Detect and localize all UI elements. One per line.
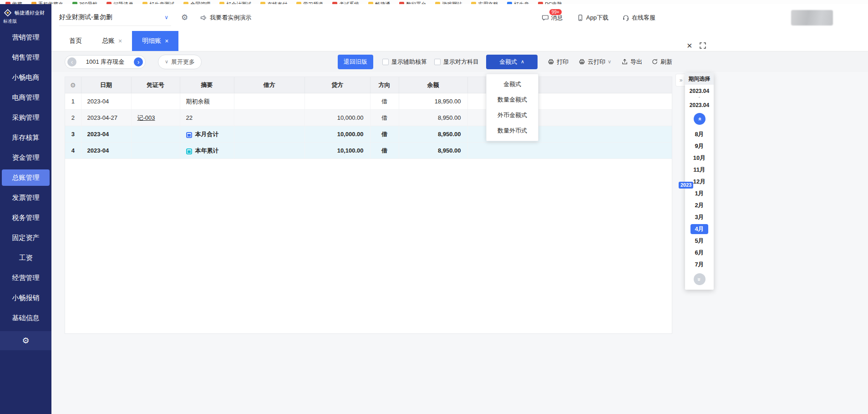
export-label: 导出 (630, 58, 642, 66)
bookmark-item[interactable]: 游戏网站 (435, 1, 462, 4)
sidebar-item[interactable]: 销售管理 (0, 47, 51, 67)
bookmark-item[interactable]: 手机收藏夹 (31, 1, 63, 4)
avatar[interactable] (791, 10, 833, 26)
table-row[interactable]: 42023-04本年累计10,100.00借8,950.00 (65, 143, 672, 159)
tab[interactable]: 首页 (59, 31, 92, 51)
bookmark-item[interactable]: 好生意测试 (142, 1, 174, 4)
bookmark-item[interactable]: 学习频道 (296, 1, 323, 4)
workspace-select[interactable]: 好业财测试-量勿删 ∨ (59, 9, 171, 26)
header-gear-button[interactable]: ⚙ (181, 13, 188, 22)
messages-button[interactable]: 消息 99+ (542, 14, 563, 22)
voucher-link[interactable]: 记-003 (137, 114, 155, 121)
demo-link[interactable]: 我要看实例演示 (200, 14, 251, 22)
month-item[interactable]: 6月 (685, 247, 714, 259)
month-item[interactable]: 1月 (685, 188, 714, 199)
close-icon[interactable]: × (687, 41, 692, 50)
month-item[interactable]: 3月 (685, 211, 714, 223)
row-number: 1 (65, 93, 81, 110)
fullscreen-icon[interactable] (699, 42, 706, 49)
online-service-label: 在线客服 (632, 14, 655, 22)
sidebar-item[interactable]: 经营管理 (0, 268, 51, 288)
row-number: 3 (65, 126, 81, 143)
amount-style-button[interactable]: 金额式 ∧ (486, 55, 538, 69)
bookmark-item[interactable]: 数衍平台 (399, 1, 426, 4)
bookmark-item[interactable]: 考试系统 (332, 1, 359, 4)
month-item[interactable]: 10月 (685, 152, 714, 164)
amount-style-menu-item[interactable]: 金额式 (487, 77, 538, 92)
sidebar-item[interactable]: 采购管理 (0, 107, 51, 128)
sidebar-item[interactable]: 税务管理 (0, 208, 51, 228)
bookmark-item[interactable]: 收藏 (5, 1, 22, 4)
online-service-button[interactable]: 在线客服 (622, 14, 655, 22)
column-header: 方向 (370, 77, 399, 93)
sidebar-menu: 营销管理销售管理小畅电商电商管理采购管理库存核算资金管理总账管理发票管理税务管理… (0, 27, 51, 328)
expand-more-button[interactable]: ∨ 展开更多 (158, 55, 202, 69)
table-row[interactable]: 12023-04期初余额借18,950.00 (65, 93, 672, 110)
sidebar-item[interactable]: 小畅报销 (0, 288, 51, 308)
amount-style-menu: 金额式数量金额式外币金额式数量外币式 (486, 74, 538, 141)
cell-balance: 8,950.00 (399, 126, 467, 143)
amount-style-menu-item[interactable]: 数量外币式 (487, 123, 538, 138)
cell-balance: 18,950.00 (399, 93, 467, 110)
sidebar-item[interactable]: 固定资产 (0, 228, 51, 248)
bookmark-item[interactable]: 实用文档 (471, 1, 498, 4)
logo-diamond-icon (3, 8, 12, 17)
sidebar-item-label: 工资 (2, 250, 50, 266)
bookmark-item[interactable]: 好会计测试 (219, 1, 251, 4)
sidebar-settings-button[interactable]: ⚙ (0, 331, 51, 350)
cell-debit (234, 143, 305, 159)
sidebar-item[interactable]: 电商管理 (0, 87, 51, 107)
month-item[interactable]: 4月 (685, 223, 714, 235)
month-label: 10月 (689, 153, 710, 163)
ledger-table: ⚙日期凭证号摘要借方贷方方向余额 12023-04期初余额借18,950.002… (65, 77, 672, 159)
sidebar-item[interactable]: 工资 (0, 248, 51, 268)
sidebar-item[interactable]: 发票管理 (0, 188, 51, 208)
tab-close-icon[interactable]: × (165, 37, 168, 45)
bookmark-item[interactable]: 好生意 (507, 1, 529, 4)
amount-style-menu-item[interactable]: 外币金额式 (487, 107, 538, 123)
account-selector[interactable]: ‹ 1001 库存现金 › (65, 55, 146, 69)
chevron-left-icon: ‹ (71, 59, 73, 65)
month-item[interactable]: 2月 (685, 199, 714, 211)
tab[interactable]: 总账× (92, 31, 132, 51)
sidebar-item[interactable]: 基础信息 (0, 308, 51, 328)
sidebar-item[interactable]: 资金管理 (0, 148, 51, 168)
sidebar-item[interactable]: 库存核算 (0, 128, 51, 148)
month-item[interactable]: 5月 (685, 235, 714, 247)
bookmark-label: 合同管理 (190, 1, 210, 4)
bookmark-item[interactable]: 在线支付 (260, 1, 287, 4)
bookmark-item[interactable]: 360导航 (72, 1, 97, 4)
prev-account-button[interactable]: ‹ (67, 57, 76, 66)
app-download-button[interactable]: App下载 (577, 14, 609, 22)
period-collapse-button[interactable]: » (675, 74, 686, 87)
sidebar-item[interactable]: 小畅电商 (0, 67, 51, 87)
show-aux-checkbox[interactable]: 显示辅助核算 (382, 58, 427, 66)
table-row[interactable]: 22023-04-27记-0032210,000.00借8,950.00 (65, 110, 672, 126)
scroll-down-button[interactable]: » (694, 273, 706, 285)
bookmark-item[interactable]: 畅捷通 (368, 1, 390, 4)
refresh-button[interactable]: 刷新 (651, 58, 672, 66)
bookmark-item[interactable]: 问题清单 (107, 1, 133, 4)
cloud-print-button[interactable]: 云打印 ∨ (579, 58, 611, 66)
table-row[interactable]: 32023-04本月合计10,000.00借8,950.00 (65, 126, 672, 143)
chevron-down-icon: ∨ (164, 14, 168, 20)
month-item[interactable]: 7月 (685, 259, 714, 271)
amount-style-menu-item[interactable]: 数量金额式 (487, 92, 538, 107)
scroll-up-button[interactable]: » (694, 113, 706, 125)
month-item[interactable]: 11月 (685, 164, 714, 176)
tab[interactable]: 明细账× (132, 31, 178, 51)
print-button[interactable]: 打印 (548, 58, 569, 66)
tab-close-icon[interactable]: × (118, 37, 122, 45)
columns-settings-gear-icon[interactable]: ⚙ (65, 77, 81, 93)
next-account-button[interactable]: › (134, 57, 143, 66)
cell-debit (234, 110, 305, 126)
sidebar-item[interactable]: 总账管理 (0, 168, 51, 188)
sidebar-item[interactable]: 营销管理 (0, 27, 51, 47)
month-item[interactable]: 9月 (685, 140, 714, 152)
show-counter-checkbox[interactable]: 显示对方科目 (434, 58, 479, 66)
back-to-old-button[interactable]: 退回旧版 (338, 55, 373, 69)
export-button[interactable]: 导出 (621, 58, 642, 66)
bookmark-item[interactable]: PC电脑 (538, 1, 562, 4)
month-item[interactable]: 8月 (685, 128, 714, 140)
bookmark-item[interactable]: 合同管理 (183, 1, 210, 4)
